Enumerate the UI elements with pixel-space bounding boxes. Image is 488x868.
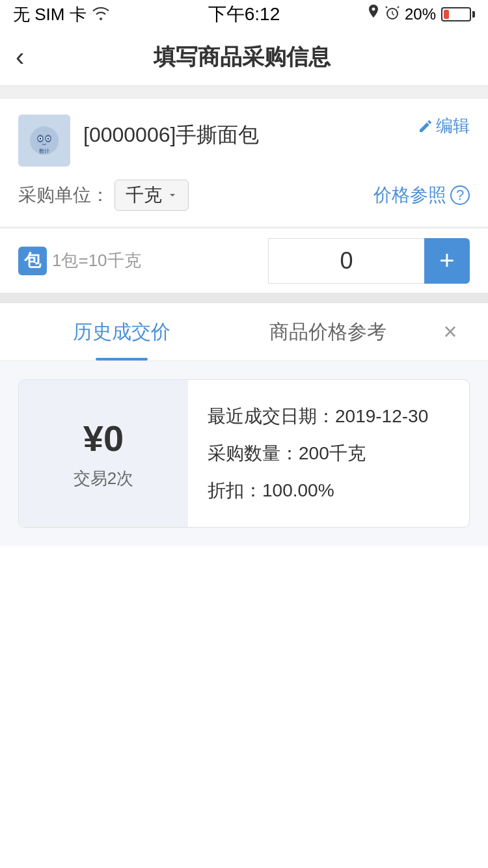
- product-thumbnail: 数计: [18, 115, 70, 167]
- page-bottom: [0, 546, 488, 868]
- nav-bar: ‹ 填写商品采购信息: [0, 29, 488, 86]
- back-button[interactable]: ‹: [16, 42, 37, 72]
- purchase-qty-row: 采购数量：200千克: [208, 441, 450, 466]
- status-right: 20%: [367, 5, 475, 24]
- quantity-controls: +: [268, 238, 470, 284]
- quantity-input[interactable]: [268, 238, 424, 284]
- status-bar: 无 SIM 卡 下午6:12 20%: [0, 0, 488, 29]
- svg-point-7: [47, 138, 49, 140]
- price-ref-label: 价格参照: [373, 183, 446, 208]
- bag-label: 包: [24, 249, 41, 272]
- bag-icon: 包: [18, 247, 47, 275]
- price-amount: ¥0: [83, 417, 124, 459]
- quantity-section: 包 1包=10千克 +: [0, 228, 488, 293]
- svg-text:数计: 数计: [38, 148, 50, 154]
- purchase-qty-value: 200千克: [299, 443, 366, 463]
- tab-price-ref-label: 商品价格参考: [269, 319, 386, 346]
- svg-point-6: [40, 138, 42, 140]
- price-card-section: ¥0 交易2次 最近成交日期：2019-12-30 采购数量：200千克 折扣：…: [0, 361, 488, 546]
- discount-row: 折扣：100.00%: [208, 478, 450, 503]
- unit-selector-group: 采购单位： 千克: [18, 180, 189, 211]
- product-info: 数计 [0000006]手撕面包: [18, 115, 259, 167]
- tabs-container: 历史成交价 商品价格参考 ×: [0, 303, 488, 361]
- price-reference-button[interactable]: 价格参照 ?: [373, 183, 470, 208]
- location-icon: [367, 5, 380, 24]
- tab-close-button[interactable]: ×: [431, 312, 470, 351]
- unit-bag-info: 包 1包=10千克: [18, 247, 141, 275]
- wifi-icon: [92, 5, 110, 25]
- edit-label: 编辑: [436, 115, 470, 137]
- product-header: 数计 [0000006]手撕面包 编辑: [18, 115, 470, 167]
- alarm-icon: [385, 5, 400, 24]
- page-title: 填写商品采购信息: [37, 42, 446, 72]
- tab-history-label: 历史成交价: [73, 319, 170, 346]
- status-time: 下午6:12: [208, 2, 280, 27]
- discount-label: 折扣：: [208, 480, 262, 500]
- tab-underline: [96, 358, 148, 360]
- recent-date-label: 最近成交日期：: [208, 406, 335, 426]
- unit-row: 采购单位： 千克 价格参照 ?: [18, 180, 470, 211]
- unit-value: 千克: [126, 183, 162, 208]
- price-details: 最近成交日期：2019-12-30 采购数量：200千克 折扣：100.00%: [188, 380, 469, 527]
- status-left: 无 SIM 卡: [13, 3, 110, 26]
- discount-value: 100.00%: [262, 480, 334, 500]
- price-card: ¥0 交易2次 最近成交日期：2019-12-30 采购数量：200千克 折扣：…: [18, 379, 470, 528]
- product-name: [0000006]手撕面包: [83, 115, 259, 150]
- battery-percent: 20%: [405, 5, 436, 23]
- product-card: 数计 [0000006]手撕面包 编辑 采购单位： 千克 价格参照: [0, 99, 488, 226]
- bag-conversion: 1包=10千克: [52, 249, 141, 272]
- price-ref-help-icon: ?: [450, 185, 470, 205]
- no-sim-text: 无 SIM 卡: [13, 3, 87, 26]
- purchase-qty-label: 采购数量：: [208, 443, 299, 463]
- unit-select[interactable]: 千克: [115, 180, 189, 211]
- tab-separator: [0, 293, 488, 303]
- tab-history-price[interactable]: 历史成交价: [18, 303, 224, 360]
- unit-label: 采购单位：: [18, 183, 109, 208]
- recent-date-row: 最近成交日期：2019-12-30: [208, 403, 450, 429]
- recent-date-value: 2019-12-30: [335, 406, 428, 426]
- battery-icon: [441, 7, 475, 21]
- transaction-count: 交易2次: [74, 467, 133, 490]
- price-summary: ¥0 交易2次: [19, 380, 188, 527]
- quantity-plus-button[interactable]: +: [424, 238, 470, 284]
- edit-button[interactable]: 编辑: [418, 115, 470, 137]
- tab-price-reference[interactable]: 商品价格参考: [224, 303, 431, 360]
